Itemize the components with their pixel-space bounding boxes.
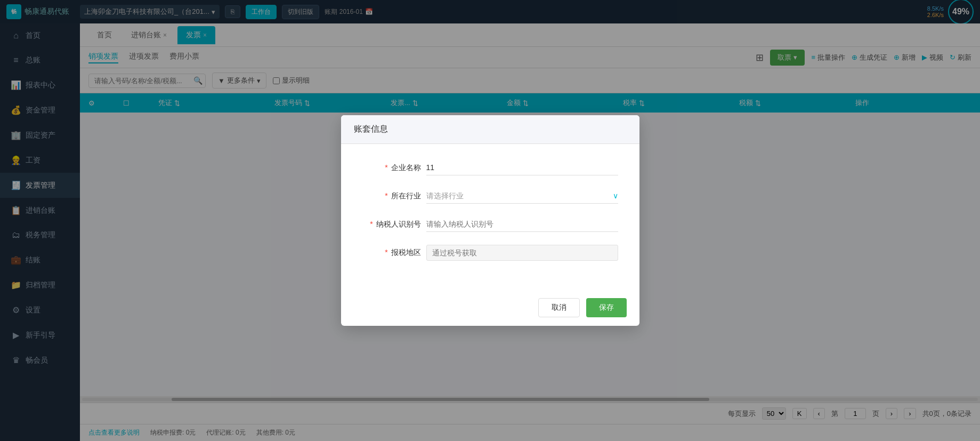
cancel-button[interactable]: 取消 <box>538 298 580 317</box>
company-name-row: * 企业名称 <box>362 160 618 175</box>
tax-id-row: * 纳税人识别号 <box>362 217 618 232</box>
company-name-label: * 企业名称 <box>362 163 426 173</box>
modal-overlay: 账套信息 * 企业名称 * 所在行业 请选择行业 <box>0 0 980 441</box>
tax-region-input <box>426 245 618 261</box>
tax-region-row: * 报税地区 <box>362 245 618 261</box>
company-name-input[interactable] <box>426 160 618 175</box>
tax-id-label: * 纳税人识别号 <box>362 220 426 229</box>
industry-select[interactable]: 请选择行业 <box>426 188 613 203</box>
tax-region-label: * 报税地区 <box>362 248 426 258</box>
save-button[interactable]: 保存 <box>586 298 627 317</box>
tax-id-input[interactable] <box>426 217 618 232</box>
company-name-label-text: 企业名称 <box>391 163 421 172</box>
tax-region-required: * <box>385 248 387 256</box>
industry-dropdown-icon: ∨ <box>613 191 618 200</box>
dialog-header: 账套信息 <box>341 115 639 144</box>
dialog-title: 账套信息 <box>354 124 388 133</box>
industry-required: * <box>385 191 387 200</box>
industry-row: * 所在行业 请选择行业 ∨ <box>362 188 618 204</box>
industry-label-text: 所在行业 <box>391 191 421 200</box>
tax-id-required: * <box>370 220 372 228</box>
industry-label: * 所在行业 <box>362 191 426 201</box>
dialog-body: * 企业名称 * 所在行业 请选择行业 ∨ <box>341 144 639 290</box>
tax-region-label-text: 报税地区 <box>391 248 421 256</box>
industry-select-wrap: 请选择行业 ∨ <box>426 188 618 204</box>
company-name-required: * <box>385 163 387 172</box>
dialog-footer: 取消 保存 <box>341 290 639 326</box>
tax-id-label-text: 纳税人识别号 <box>376 220 421 228</box>
account-info-dialog: 账套信息 * 企业名称 * 所在行业 请选择行业 <box>341 115 639 326</box>
